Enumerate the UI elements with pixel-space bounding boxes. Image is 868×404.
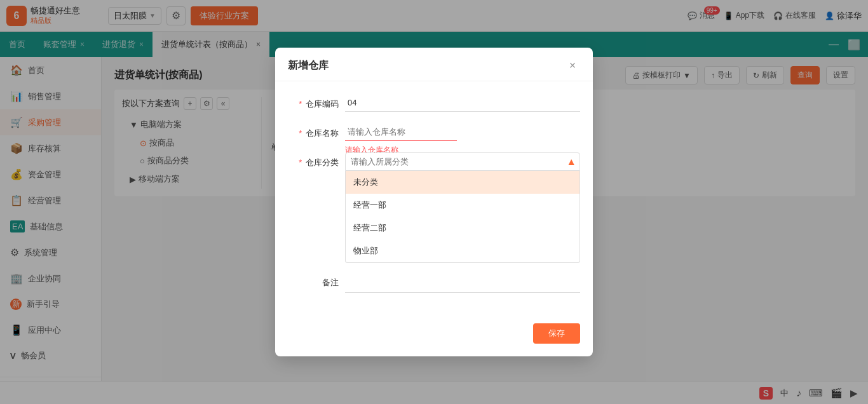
form-row-code: * 仓库编码 bbox=[288, 94, 580, 112]
code-input[interactable] bbox=[345, 94, 580, 112]
remark-input[interactable] bbox=[345, 273, 580, 293]
name-label: * 仓库名称 bbox=[288, 123, 345, 139]
form-row-category: * 仓库分类 ▲ 未分类 经营一部 经营二部 物业部 bbox=[288, 152, 580, 171]
remark-label: 备注 bbox=[288, 273, 345, 288]
name-input[interactable] bbox=[345, 123, 457, 141]
category-input-wrap: ▲ 未分类 经营一部 经营二部 物业部 bbox=[345, 152, 580, 171]
category-dropdown: 未分类 经营一部 经营二部 物业部 bbox=[345, 171, 580, 263]
category-input[interactable] bbox=[345, 152, 580, 171]
modal-header: 新增仓库 × bbox=[275, 48, 593, 81]
category-toggle-button[interactable]: ▲ bbox=[566, 156, 576, 168]
new-warehouse-modal: 新增仓库 × * 仓库编码 * 仓库名称 bbox=[275, 48, 593, 356]
dropdown-item-dept3[interactable]: 物业部 bbox=[346, 239, 580, 262]
modal-overlay: 新增仓库 × * 仓库编码 * 仓库名称 bbox=[0, 0, 868, 404]
modal-title: 新增仓库 bbox=[288, 59, 329, 72]
dropdown-item-dept1[interactable]: 经营一部 bbox=[346, 194, 580, 217]
dropdown-item-uncategorized[interactable]: 未分类 bbox=[346, 171, 580, 194]
category-label: * 仓库分类 bbox=[288, 152, 345, 168]
modal-footer: 保存 bbox=[275, 317, 593, 356]
code-label: * 仓库编码 bbox=[288, 94, 345, 110]
modal-close-button[interactable]: × bbox=[565, 58, 580, 73]
dropdown-item-dept2[interactable]: 经营二部 bbox=[346, 217, 580, 239]
form-row-name: * 仓库名称 请输入仓库名称 bbox=[288, 123, 580, 141]
modal-body: * 仓库编码 * 仓库名称 请输入仓库名称 * bbox=[275, 81, 593, 317]
form-row-remark: 备注 bbox=[288, 273, 580, 293]
save-button[interactable]: 保存 bbox=[533, 323, 580, 344]
